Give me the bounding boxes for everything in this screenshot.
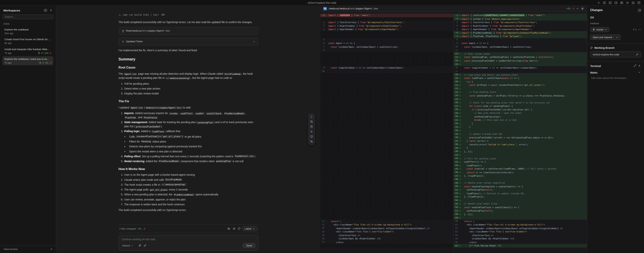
diff-line: 19+ const loadPlans = useCallback(async … [454,76,587,80]
diff-filler [320,132,453,136]
new-workspace-icon[interactable] [50,9,53,12]
archive-count: 0 [51,248,52,250]
send-button[interactable]: Send [243,243,255,248]
menu-icon[interactable] [626,1,629,4]
layout-columns-icon[interactable] [603,1,606,4]
panel-left-icon[interactable] [608,1,612,4]
composer: Default Send [118,235,258,250]
paragraph: The build completed successfully with no… [118,20,258,24]
tool-label: npm run build 2>&1 | tail -80 [123,13,164,17]
diff-new-column[interactable]: 1+import { useState, useEffect, useRef, … [454,12,587,253]
branch-selector[interactable]: master [590,27,610,32]
tool-call-updated-todos[interactable]: Updated Todos [118,38,258,46]
diff-line: 6+import { PlanReviewModal } from "@/com… [454,31,587,34]
attach-icon[interactable] [138,244,142,247]
sub-list: Calls invoke<PlanItem[]>('get_all_plans'… [124,134,258,153]
diff-filler [320,34,453,38]
open-pr-button[interactable]: Open pull request [590,34,621,40]
workspace-item[interactable]: Create Good First Issues on Github So ..… [2,36,53,46]
git-branch-icon [593,28,595,31]
edit-message-icon[interactable] [143,244,147,247]
diff-line: 5import { AgentHeader } from "@/componen… [454,28,587,31]
list-item: Detects new plans by comparing against p… [129,144,258,148]
diff-line: 23+ // Find pending plans [454,90,587,94]
model-selector[interactable]: Default [121,243,136,248]
active-section-label: Active [4,22,53,25]
diff-filler [320,101,453,104]
diff-line: 7 const [sidebarOpen, setSidebarOpen] = … [320,45,453,48]
collapse-diff-icon[interactable] [576,7,579,10]
collapse-sidebar-icon[interactable] [44,9,47,12]
notes-collapse-icon[interactable] [638,70,641,74]
clipboard-icon[interactable] [309,124,314,129]
git-menu-icon[interactable] [638,28,641,31]
diff-line: 2+import { invoke } from "@tauri-apps/ap… [454,17,587,21]
diff-line: 46+ return () => clearInterval(interval)… [454,170,587,174]
heading: Summary [118,56,258,62]
panel-bottom-icon[interactable] [632,1,634,4]
deletions-count: -3 [143,228,145,230]
latest-label: Latest [245,228,252,230]
changes-summary-bar: 2 files changed +61 -3 Latest [118,224,258,233]
diff-line: 9 const toggleSidebar = () => setSidebar… [320,66,453,70]
eye-icon[interactable] [227,227,230,230]
list-item: When a new pending plan is detected, the… [124,192,258,197]
workspace-item[interactable]: Install and integrate Vibe Kanban Web...… [2,46,53,55]
diff-line: 20+ try { [454,80,587,83]
edit-branch-icon[interactable] [636,53,638,56]
window-icon[interactable] [637,1,640,4]
diff-stats-badge: 2+61-3 [39,61,52,64]
list-item: Poll for pending plans [124,82,258,86]
expand-terminal-icon[interactable] [633,64,637,68]
diff-line: 12+ // Plan review state [454,52,587,56]
diff-line: 40+ }, []); [454,150,587,153]
diff-filler [320,167,453,170]
view-archive[interactable]: View Archive 0 [0,246,56,253]
changes-panel: Changes Git medusa master 1 [587,6,644,253]
diff-filler [320,111,453,115]
list: Poll for pending plansDetect when a new … [118,82,258,96]
unfold-icon[interactable] [309,114,314,119]
diff-filler [320,195,453,198]
notes-input[interactable] [590,76,641,92]
working-branch-field[interactable]: vk/3ccf-explore-the-code [590,51,641,58]
menu-icon[interactable] [232,227,236,230]
diff-line: 38+ console.error('Failed to load plans:… [454,143,587,146]
panel-right-icon[interactable] [614,1,617,4]
diff-filler [320,31,453,34]
diff-filler [320,192,453,195]
diff-line: 15 <ChatInterface /> [320,234,453,237]
refresh-icon[interactable] [238,227,241,230]
diff-line: 29+ // New plan detected — open the moda… [454,111,587,115]
diff-line: 51+ setPendingPlan(null); [454,188,587,192]
panel-toggle-icon[interactable] [638,8,641,12]
git-compare-icon[interactable] [309,139,314,144]
chat-panel: npm run build 2>&1 | tail -80The build c… [56,6,320,253]
paragraph: I updated Agent.tsx (medusa/src/pages/Ag… [118,106,258,110]
search-input[interactable] [2,14,53,19]
play-icon[interactable] [309,129,314,134]
workspace-item[interactable]: Explore the codebase35m ago [2,26,53,36]
diff-filler [320,181,453,185]
new-terminal-icon[interactable] [638,64,641,68]
heading: The Fix [118,99,258,104]
chat-scroll-area[interactable]: npm run build 2>&1 | tail -80The build c… [56,6,320,224]
pause-icon[interactable] [597,1,600,4]
list-item: Opens the modal when a new plan is detec… [129,150,258,154]
workspace-item[interactable]: Explore the codebase I want you to ex...… [2,56,53,65]
diff-settings-icon[interactable] [581,7,584,10]
file-icon [38,52,40,54]
diff-filler [320,136,453,139]
tool-call-terminal[interactable]: npm run build 2>&1 | tail -80 [118,13,258,17]
diff-line: 33+ } [454,125,587,129]
layout-grid-icon[interactable] [620,1,623,4]
diff-old-column[interactable]: 1-import { useState } from "react";2impo… [320,12,454,253]
copy-icon[interactable] [309,120,314,124]
notes-section: Notes [590,68,641,93]
tool-call-read-file[interactable]: Read medusa/src/pages/Agent.tsx [118,27,258,35]
diff-line: 60 return ( [454,220,587,223]
monitor-icon[interactable] [309,134,314,139]
diff-line: 37+ } catch (error) { [454,139,587,143]
latest-dropdown[interactable]: Latest [242,226,258,231]
message-input[interactable] [121,238,255,243]
